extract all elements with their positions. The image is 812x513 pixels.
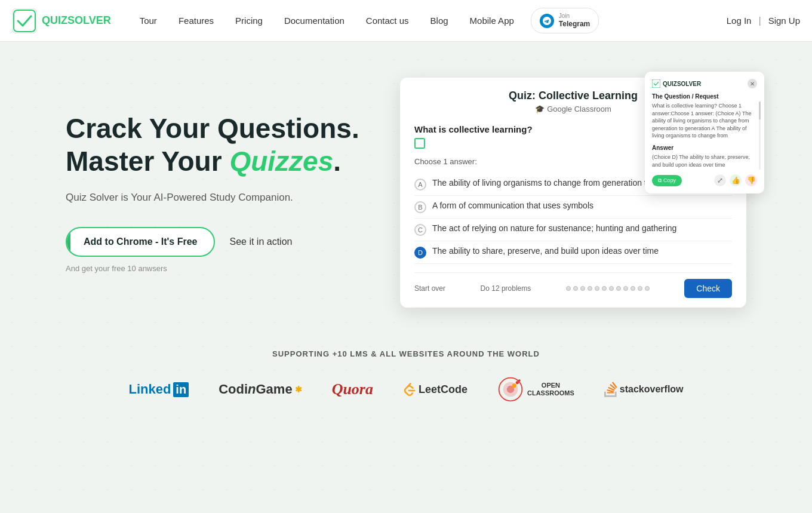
- svg-rect-2: [652, 79, 660, 88]
- telegram-button[interactable]: Join Telegram: [531, 8, 599, 33]
- option-circle-d: D: [414, 247, 426, 259]
- panel-question-title: The Question / Request: [652, 93, 757, 100]
- panel-logo-icon: [652, 79, 660, 88]
- auth-divider: |: [758, 16, 761, 26]
- dot-6: [602, 286, 607, 291]
- hero-content: Crack Your Questions. Master Your Quizze…: [66, 112, 364, 273]
- panel-actions: ⧉ Copy ⤢ 👍 👎: [652, 174, 757, 186]
- hero-buttons: Add to Chrome - It's Free See it in acti…: [66, 227, 364, 257]
- see-in-action-link[interactable]: See it in action: [229, 236, 292, 247]
- telegram-icon: [540, 14, 554, 28]
- quiz-demo-area: Quiz: Collective Learning 🎓 Google Class…: [400, 78, 746, 308]
- panel-close-button[interactable]: ✕: [748, 79, 757, 88]
- panel-copy-button[interactable]: ⧉ Copy: [652, 175, 682, 186]
- svg-rect-1: [14, 10, 35, 32]
- panel-like-icon[interactable]: 👍: [730, 174, 742, 186]
- quiz-option-b[interactable]: B A form of communication that uses symb…: [414, 196, 732, 219]
- logos-row: Linked in CodinGame ✱ Quora LeetCode: [24, 376, 788, 403]
- option-text-b: A form of communication that uses symbol…: [432, 201, 593, 210]
- dot-8: [616, 286, 621, 291]
- svg-point-7: [516, 381, 519, 384]
- codingame-text: CodinGame: [219, 382, 293, 397]
- dot-10: [630, 286, 635, 291]
- telegram-text: Join Telegram: [559, 12, 590, 29]
- platform-icon: 🎓: [535, 105, 545, 113]
- panel-expand-icon[interactable]: ⤢: [714, 174, 726, 186]
- linkedin-logo: Linked in: [128, 382, 189, 397]
- option-circle-a: A: [414, 179, 426, 191]
- option-text-d: The ability to share, preserve, and buil…: [432, 246, 659, 256]
- panel-logo: QUIZSOLVER: [652, 79, 701, 88]
- panel-scrollbar-thumb: [759, 102, 761, 119]
- quiz-option-c[interactable]: C The act of relying on nature for suste…: [414, 219, 732, 241]
- nav-mobile-app[interactable]: Mobile App: [459, 0, 525, 42]
- navbar: QUIZSOLVER Tour Features Pricing Documen…: [0, 0, 812, 42]
- linkedin-icon: in: [173, 382, 189, 397]
- leetcode-text: LeetCode: [419, 383, 467, 396]
- quiz-check-icon: [414, 138, 425, 149]
- supporting-title: SUPPORTING +10 LMS & ALL WEBSITES AROUND…: [24, 349, 788, 358]
- stackoverflow-logo: stackoverflow: [604, 381, 684, 398]
- nav-features[interactable]: Features: [168, 0, 224, 42]
- svg-point-6: [512, 383, 516, 388]
- codingame-logo: CodinGame ✱: [219, 382, 302, 397]
- quora-logo: Quora: [332, 380, 373, 398]
- panel-question-text: What is collective learning? Choose 1 an…: [652, 102, 757, 140]
- hero-subtitle: Quiz Solver is Your AI-Powered Study Com…: [66, 190, 364, 205]
- nav-pricing[interactable]: Pricing: [224, 0, 273, 42]
- option-circle-c: C: [414, 224, 426, 236]
- quiz-solver-panel: QUIZSOLVER ✕ The Question / Request What…: [645, 72, 764, 193]
- option-circle-b: B: [414, 201, 426, 213]
- hero-section: Crack Your Questions. Master Your Quizze…: [0, 42, 812, 331]
- panel-header: QUIZSOLVER ✕: [652, 79, 757, 88]
- nav-blog[interactable]: Blog: [420, 0, 459, 42]
- logo-icon: [12, 8, 37, 33]
- dot-1: [566, 286, 571, 291]
- stackoverflow-icon: [604, 381, 617, 398]
- dot-5: [595, 286, 599, 291]
- nav-contact[interactable]: Contact us: [355, 0, 420, 42]
- panel-action-icons: ⤢ 👍 👎: [714, 174, 757, 186]
- quiz-option-d[interactable]: D The ability to share, preserve, and bu…: [414, 241, 732, 264]
- do-problems-label: Do 12 problems: [481, 284, 531, 293]
- panel-scrollbar: [759, 102, 761, 170]
- quiz-footer: Start over Do 12 problems Check: [414, 272, 732, 298]
- supporting-section: SUPPORTING +10 LMS & ALL WEBSITES AROUND…: [0, 331, 812, 426]
- nav-auth: Log In | Sign Up: [727, 16, 800, 26]
- dot-4: [588, 286, 592, 291]
- quiz-progress-dots: [566, 286, 650, 291]
- add-to-chrome-button[interactable]: Add to Chrome - It's Free: [66, 227, 215, 257]
- signup-link[interactable]: Sign Up: [768, 16, 800, 26]
- panel-dislike-icon[interactable]: 👎: [745, 174, 757, 186]
- logo-text: QUIZSOLVER: [42, 14, 111, 27]
- openclassrooms-logo: OPEN CLASSROOMS: [497, 376, 574, 403]
- hero-heading: Crack Your Questions. Master Your Quizze…: [66, 112, 364, 178]
- openclassrooms-text: OPEN CLASSROOMS: [527, 382, 574, 397]
- nav-documentation[interactable]: Documentation: [273, 0, 355, 42]
- leetcode-icon: [403, 383, 416, 396]
- dot-7: [609, 286, 614, 291]
- dot-2: [573, 286, 578, 291]
- logo[interactable]: QUIZSOLVER: [12, 8, 111, 33]
- dot-3: [580, 286, 585, 291]
- openclassrooms-icon: [497, 376, 524, 403]
- login-link[interactable]: Log In: [727, 16, 752, 26]
- nav-links: Tour Features Pricing Documentation Cont…: [129, 0, 727, 42]
- check-button[interactable]: Check: [684, 279, 732, 298]
- dot-11: [638, 286, 642, 291]
- linkedin-text: Linked: [128, 382, 171, 397]
- svg-point-8: [518, 379, 521, 382]
- panel-answer-title: Answer: [652, 145, 757, 151]
- nav-tour[interactable]: Tour: [129, 0, 168, 42]
- hero-note: And get your free 10 anwsers: [66, 264, 364, 273]
- start-over-link[interactable]: Start over: [414, 284, 445, 293]
- dot-12: [645, 286, 650, 291]
- quora-text: Quora: [332, 380, 373, 398]
- codingame-asterisk: ✱: [295, 385, 302, 394]
- dot-9: [623, 286, 628, 291]
- option-text-c: The act of relying on nature for sustena…: [432, 223, 676, 233]
- stackoverflow-text: stackoverflow: [620, 384, 684, 395]
- panel-answer-text: (Choice D) The ability to share, preserv…: [652, 153, 757, 168]
- copy-icon: ⧉: [658, 177, 662, 184]
- leetcode-logo: LeetCode: [403, 383, 467, 396]
